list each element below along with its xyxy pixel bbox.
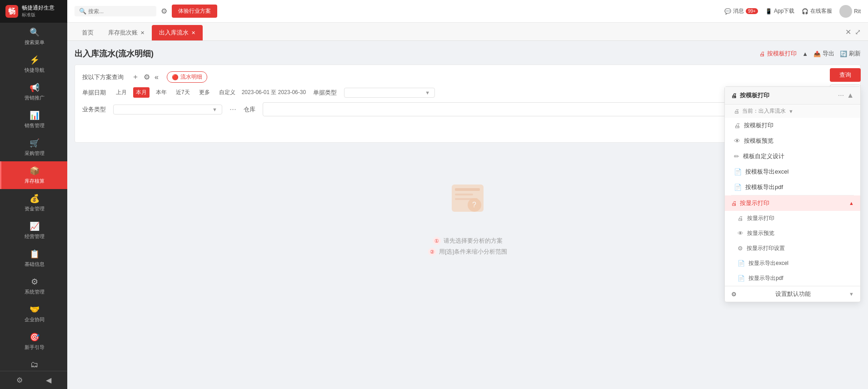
date-filter: 上月 本月 本年 近7天 更多 自定义 2023-06-01 至 2023-06… — [113, 87, 306, 98]
tab-batch-close[interactable]: ✕ — [140, 30, 145, 36]
search-input[interactable] — [88, 8, 147, 15]
template-custom-label: 模板自定义设计 — [743, 152, 784, 160]
sidebar-item-shortcut[interactable]: ⚡ 快捷导航 — [0, 50, 67, 78]
filter-row-top: 按以下方案查询 ＋ ⚙ « 🔴 流水明细 — [82, 71, 853, 83]
topbar-search-box[interactable]: 🔍 — [75, 6, 156, 16]
marketing-icon: 📢 — [30, 83, 40, 93]
date-7days-btn[interactable]: 近7天 — [173, 87, 193, 98]
display-section-icon: 🖨 — [731, 200, 737, 207]
trial-button[interactable]: 体验行业方案 — [172, 5, 217, 18]
app-download-action[interactable]: 📱 App下载 — [765, 7, 794, 15]
display-print-icon: 🖨 — [738, 215, 743, 222]
sidebar-item-sales[interactable]: 📊 销售管理 — [0, 106, 67, 134]
operation-icon: 📈 — [30, 221, 40, 231]
empty-hint-1: ① 请先选择要分析的方案 — [433, 237, 503, 245]
dropdown-item-display-settings[interactable]: ⚙ 按显示打印设置 — [725, 241, 860, 256]
empty-hint-2: ② 用[选]条件来缩小分析范围 — [428, 248, 507, 256]
doc-type-select[interactable]: ▼ — [344, 88, 435, 98]
finance-icon: 💰 — [30, 194, 40, 204]
doc-type-arrow-icon: ▼ — [425, 90, 430, 95]
display-section-arrow-icon: ▲ — [849, 200, 854, 206]
date-this-year-btn[interactable]: 本年 — [153, 87, 170, 98]
dropdown-more-button[interactable]: ··· — [838, 91, 844, 100]
display-preview-icon: 👁 — [738, 230, 743, 237]
template-preview-label: 按模板预览 — [744, 137, 773, 145]
filter-actions-left: ＋ ⚙ « — [131, 71, 160, 83]
filter-add-button[interactable]: ＋ — [131, 71, 140, 83]
sidebar-item-search[interactable]: 🔍 搜索菜单 — [0, 23, 67, 50]
filter-tag[interactable]: 🔴 流水明细 — [167, 71, 207, 83]
sidebar-item-label: 资金管理 — [25, 205, 45, 212]
online-service-action[interactable]: 🎧 在线客服 — [802, 7, 832, 15]
print-icon: 🖨 — [759, 50, 765, 57]
app-icon: 📱 — [765, 8, 772, 15]
footer-icon: ⚙ — [731, 291, 737, 298]
dropdown-item-template-print[interactable]: 🖨 按模板打印 — [725, 118, 860, 133]
filter-collapse-button[interactable]: « — [154, 72, 160, 82]
message-action[interactable]: 💬 消息 99+ — [724, 7, 758, 15]
business-type-more-button[interactable]: ··· — [229, 105, 236, 114]
tab-flow-close[interactable]: ✕ — [191, 30, 195, 36]
logo: 畅 畅捷通好生意 标准版 — [0, 0, 67, 23]
sidebar-item-purchase[interactable]: 🛒 采购管理 — [0, 134, 67, 161]
sidebar-item-guide[interactable]: 🎯 新手引导 — [0, 328, 67, 355]
tab-batch[interactable]: 库存批次账 ✕ — [101, 25, 152, 40]
query-button[interactable]: 查询 — [830, 68, 861, 82]
dropdown-item-template-export-excel[interactable]: 📄 按模板导出excel — [725, 164, 860, 180]
sidebar-item-coop[interactable]: 🤝 企业协同 — [0, 300, 67, 328]
template-print-label: 按模板打印 — [744, 121, 773, 130]
dropdown-item-display-print[interactable]: 🖨 按显示打印 — [725, 211, 860, 226]
tabbar: 首页 库存批次账 ✕ 出入库流水 ✕ ✕ ⤢ — [67, 23, 868, 41]
date-custom-btn[interactable]: 自定义 — [216, 87, 238, 98]
dropdown-item-display-export-excel[interactable]: 📄 按显示导出excel — [725, 256, 860, 271]
dropdown-item-display-export-pdf[interactable]: 📄 按显示导出pdf — [725, 271, 860, 286]
date-more-btn[interactable]: 更多 — [196, 87, 213, 98]
system-icon: ⚙ — [31, 277, 38, 287]
warehouse-label: 仓库 — [244, 105, 255, 114]
main: 🔍 ⚙ 体验行业方案 💬 消息 99+ 📱 App下载 🎧 在线客服 R — [67, 0, 868, 389]
sidebar-item-label: 经营管理 — [25, 233, 45, 240]
sidebar-item-apps[interactable]: 🗂 应用中心 — [0, 355, 67, 371]
filter-settings-button[interactable]: ⚙ — [143, 72, 151, 82]
date-this-month-btn[interactable]: 本月 — [133, 87, 150, 98]
tab-expand-button[interactable]: ⤢ — [855, 27, 861, 36]
dropdown-collapse-button[interactable]: ▲ — [847, 91, 854, 100]
export-action-button[interactable]: 📤 导出 — [813, 50, 834, 58]
sidebar-item-basic[interactable]: 📋 基础信息 — [0, 244, 67, 272]
print-action-button[interactable]: 🖨 按模板打印 — [759, 50, 797, 58]
tab-flow[interactable]: 出入库流水 ✕ — [152, 25, 203, 40]
display-print-label: 按显示打印 — [747, 214, 774, 222]
dropdown-footer[interactable]: ⚙ 设置默认功能 ▼ — [725, 286, 860, 302]
topbar-settings-icon[interactable]: ⚙ — [161, 7, 167, 15]
current-label: 🖨 当前：出入库流水 ▼ — [725, 105, 860, 118]
logo-icon: 畅 — [5, 5, 18, 18]
sidebar-item-operation[interactable]: 📈 经营管理 — [0, 217, 67, 244]
collapse-sidebar-icon[interactable]: ◀ — [46, 376, 51, 384]
empty-icon: ? — [445, 175, 490, 229]
sidebar-item-inventory[interactable]: 📦 库存核算 — [0, 161, 67, 189]
dropdown-item-template-custom[interactable]: ✏ 模板自定义设计 — [725, 149, 860, 164]
sidebar-item-finance[interactable]: 💰 资金管理 — [0, 189, 67, 217]
tab-home[interactable]: 首页 — [75, 25, 101, 40]
svg-rect-1 — [455, 188, 480, 191]
tab-close-all-button[interactable]: ✕ — [845, 27, 851, 36]
user-menu[interactable]: Rit — [839, 5, 861, 18]
settings-bottom-icon[interactable]: ⚙ — [16, 376, 23, 384]
display-section-label: 按显示打印 — [740, 199, 769, 207]
footer-label: 设置默认功能 — [775, 290, 811, 298]
sidebar-item-label: 企业协同 — [25, 316, 45, 323]
sidebar-item-system[interactable]: ⚙ 系统管理 — [0, 272, 67, 300]
refresh-action-button[interactable]: 🔄 刷新 — [840, 50, 861, 58]
dropdown-item-template-export-pdf[interactable]: 📄 按模板导出pdf — [725, 180, 860, 195]
dropdown-sub-header[interactable]: 🖨 按显示打印 ▲ — [725, 195, 860, 211]
date-last-month-btn[interactable]: 上月 — [113, 87, 130, 98]
dropdown-header-right: ··· ▲ — [838, 91, 854, 100]
expand-action-button[interactable]: ▲ — [802, 50, 808, 57]
display-pdf-icon: 📄 — [738, 275, 745, 282]
dropdown-item-template-preview[interactable]: 👁 按模板预览 — [725, 133, 860, 149]
dropdown-item-display-preview[interactable]: 👁 按显示预览 — [725, 226, 860, 241]
business-type-select[interactable]: ▼ — [113, 105, 222, 115]
template-custom-icon: ✏ — [734, 153, 739, 160]
date-range: 2023-06-01 至 2023-06-30 — [242, 89, 306, 96]
sidebar-item-marketing[interactable]: 📢 营销推广 — [0, 78, 67, 106]
